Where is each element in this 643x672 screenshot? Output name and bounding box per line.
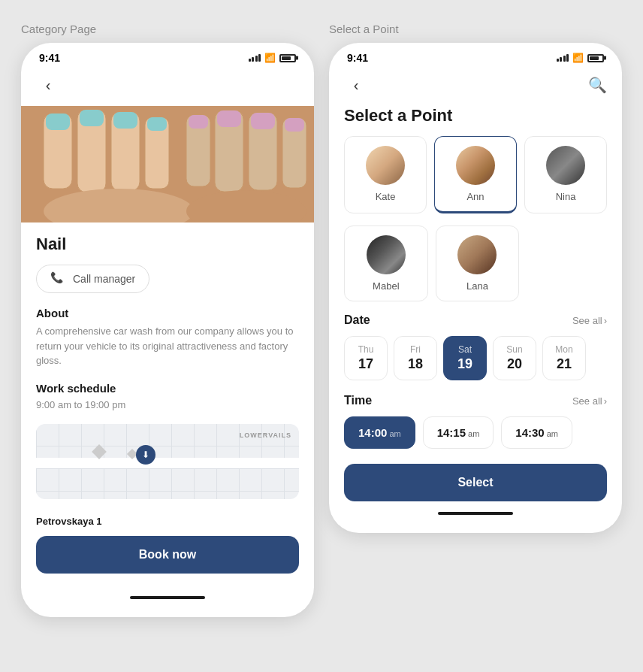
- specialist-card-lana[interactable]: Lana: [436, 226, 520, 301]
- right-signal-bars: [557, 54, 569, 62]
- time-heading: Time: [344, 394, 372, 407]
- hero-image: [21, 106, 314, 222]
- left-time: 9:41: [39, 52, 60, 64]
- left-bottom-indicator: [21, 586, 314, 602]
- bar1: [249, 59, 251, 62]
- date-section-header: Date See all ›: [329, 313, 622, 336]
- book-now-button[interactable]: Book now: [36, 536, 299, 574]
- avatar-kate: [366, 146, 405, 185]
- avatar-ann: [456, 146, 495, 185]
- page-heading: Select a Point: [329, 106, 622, 136]
- specialist-name-kate: Kate: [376, 191, 396, 202]
- battery-fill: [282, 56, 291, 60]
- left-status-bar: 9:41 📶: [21, 43, 314, 67]
- right-wifi-icon: 📶: [572, 53, 584, 63]
- bar1: [557, 59, 559, 62]
- right-panel-title: Select a Point: [329, 23, 399, 35]
- time-1400[interactable]: 14:00 am: [344, 416, 415, 449]
- time-section-header: Time See all ›: [329, 394, 622, 416]
- right-nav-bar: ‹ 🔍: [329, 67, 622, 106]
- right-back-button[interactable]: ‹: [344, 73, 368, 97]
- bar4: [566, 54, 569, 62]
- specialist-card-mabel[interactable]: Mabel: [344, 226, 428, 301]
- battery-icon: [279, 54, 296, 62]
- specialist-name-lana: Lana: [466, 280, 488, 292]
- svg-rect-13: [189, 115, 208, 129]
- right-status-bar: 9:41 📶: [329, 43, 622, 67]
- right-battery-icon: [587, 54, 604, 62]
- bar2: [560, 57, 562, 62]
- back-button[interactable]: ‹: [36, 73, 60, 97]
- service-title: Nail: [36, 235, 299, 254]
- svg-rect-7: [113, 112, 137, 129]
- time-1430[interactable]: 14:30 am: [501, 416, 572, 449]
- wifi-icon: 📶: [264, 53, 276, 63]
- specialist-name-nina: Nina: [556, 191, 576, 202]
- bar3: [255, 56, 258, 62]
- avatar-nina: [546, 146, 585, 185]
- avatar-mabel: [367, 235, 406, 274]
- call-manager-label: Call manager: [73, 273, 135, 285]
- search-button[interactable]: 🔍: [588, 76, 607, 94]
- bar3: [563, 56, 566, 62]
- specialist-card-kate[interactable]: Kate: [344, 136, 427, 213]
- right-bottom-indicator: [329, 501, 622, 518]
- map-road-horizontal: [36, 458, 299, 468]
- svg-rect-14: [217, 110, 241, 127]
- content-area: Nail 📞 Call manager About A comprehensiv…: [21, 222, 314, 586]
- left-nav-bar: ‹: [21, 67, 314, 106]
- specialist-name-mabel: Mabel: [373, 280, 399, 292]
- date-fri[interactable]: Fri 18: [394, 336, 437, 380]
- call-manager-button[interactable]: 📞 Call manager: [36, 265, 149, 293]
- work-schedule-time: 9:00 am to 19:00 pm: [36, 399, 299, 410]
- bar2: [252, 57, 254, 62]
- right-panel: Select a Point 9:41 📶 ‹ 🔍: [329, 23, 622, 533]
- avatar-lana: [457, 235, 497, 274]
- svg-rect-8: [147, 117, 167, 131]
- left-panel: Category Page 9:41 📶 ‹: [21, 23, 314, 617]
- date-row: Thu 17 Fri 18 Sat 19 Sun 20 Mon 21: [329, 336, 622, 394]
- about-text: A comprehensive car wash from our compan…: [36, 324, 299, 368]
- date-mon[interactable]: Mon 21: [542, 336, 586, 380]
- date-thu[interactable]: Thu 17: [344, 336, 388, 380]
- right-time: 9:41: [347, 52, 368, 64]
- specialist-grid-row2: Mabel Lana: [329, 226, 622, 313]
- svg-rect-5: [46, 114, 70, 130]
- hero-hands-visual: [21, 106, 314, 222]
- about-heading: About: [36, 307, 299, 319]
- date-see-all[interactable]: See all ›: [572, 315, 607, 326]
- right-home-indicator: [438, 512, 513, 515]
- svg-rect-15: [251, 113, 275, 129]
- specialist-grid-row1: Kate Ann Nina: [329, 136, 622, 226]
- map-address: Petrovskaya 1: [36, 510, 299, 530]
- work-schedule-heading: Work schedule: [36, 382, 299, 395]
- select-button[interactable]: Select: [344, 464, 607, 501]
- time-row: 14:00 am 14:15 am 14:30 am: [329, 416, 622, 464]
- date-sat[interactable]: Sat 19: [443, 336, 487, 380]
- svg-rect-6: [80, 110, 104, 126]
- map-marker: ⬇: [136, 445, 155, 465]
- chevron-right-icon-2: ›: [604, 395, 607, 407]
- map-area: ⬇ LOWERVAILS: [36, 424, 299, 499]
- left-status-icons: 📶: [249, 53, 297, 63]
- time-see-all[interactable]: See all ›: [572, 395, 607, 407]
- left-phone-frame: 9:41 📶 ‹: [21, 43, 314, 617]
- specialist-card-ann[interactable]: Ann: [434, 136, 517, 213]
- date-sun[interactable]: Sun 20: [493, 336, 536, 380]
- right-status-icons: 📶: [557, 53, 605, 63]
- left-panel-title: Category Page: [21, 23, 96, 35]
- date-heading: Date: [344, 313, 370, 327]
- specialist-name-ann: Ann: [466, 191, 484, 202]
- specialist-card-nina[interactable]: Nina: [524, 136, 607, 213]
- right-battery-fill: [590, 56, 599, 60]
- map-label: LOWERVAILS: [240, 431, 291, 439]
- signal-bars: [249, 54, 261, 62]
- svg-rect-16: [285, 118, 304, 132]
- home-indicator: [130, 596, 205, 599]
- chevron-right-icon: ›: [604, 315, 607, 326]
- right-phone-frame: 9:41 📶 ‹ 🔍 Select a Point: [329, 43, 622, 533]
- bar4: [258, 54, 261, 62]
- phone-icon: 📞: [50, 271, 65, 286]
- time-1415[interactable]: 14:15 am: [423, 416, 494, 449]
